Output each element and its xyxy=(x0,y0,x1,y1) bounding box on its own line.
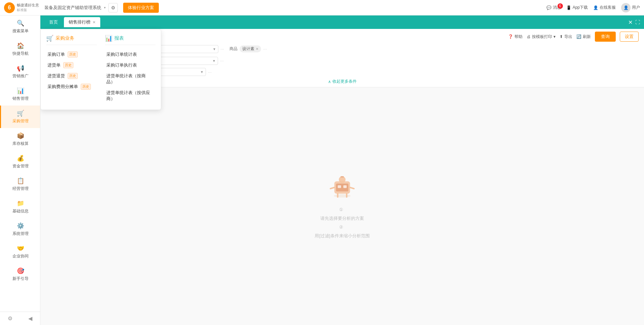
doc-status-dots[interactable]: ··· xyxy=(220,46,224,51)
sidebar-label-finance: 资金管理 xyxy=(12,163,29,169)
sidebar-item-system[interactable]: ⚙️ 系统管理 xyxy=(0,218,40,241)
empty-state: ① 请先选择要分析的方案 ② 用[过滤]条件来缩小分析范围 xyxy=(315,172,369,240)
doc-icon: 📋 xyxy=(17,177,24,185)
help-icon: ❓ xyxy=(508,34,513,39)
message-btn[interactable]: 💬 消息 6 xyxy=(546,5,561,10)
sidebar-item-sales[interactable]: 📊 销售管理 xyxy=(0,83,40,106)
export-btn[interactable]: ⬆ 导出 xyxy=(560,34,572,40)
svg-line-8 xyxy=(350,188,354,189)
goods-tag-text: 设计素 xyxy=(242,46,254,52)
menu-item-purchase-order[interactable]: 采购订单 历史 xyxy=(46,49,97,60)
topbar-right: 💬 消息 6 📱 App下载 👤 在线客服 👤 用户 xyxy=(546,3,640,12)
main-layout: 🔍 搜索菜单 🏠 快捷导航 📢 营销推广 📊 销售管理 🛒 采购管理 📦 库存核… xyxy=(0,15,644,325)
hist-badge-inbound: 历史 xyxy=(63,62,73,68)
help-btn[interactable]: ❓ 帮助 xyxy=(508,34,523,40)
system-dropdown-arrow[interactable]: ▾ xyxy=(104,6,106,9)
goods-tag-close[interactable]: ✕ xyxy=(256,47,258,51)
user-label: 用户 xyxy=(632,5,640,10)
sidebar-item-guide[interactable]: 🎯 新手引导 xyxy=(0,263,40,286)
purchase-col-label: 采购业务 xyxy=(56,35,74,41)
user-area[interactable]: 👤 用户 xyxy=(621,3,640,12)
sidebar-label-sales: 销售管理 xyxy=(12,96,29,101)
query-button[interactable]: 查询 xyxy=(595,32,616,42)
menu-item-po-exec[interactable]: 采购订单执行表 xyxy=(105,60,156,71)
po-exec-label: 采购订单执行表 xyxy=(106,62,137,68)
empty-hint-1: ① 请先选择要分析的方案 xyxy=(315,205,369,223)
print-label: 按模板打印 xyxy=(532,34,552,40)
tab-sales-rank-label: 销售排行榜 xyxy=(69,19,91,25)
print-icon: 🖨 xyxy=(527,34,531,39)
filter-goods: 商品 设计素 ✕ ··· xyxy=(229,45,267,52)
settings-button[interactable]: 设置 xyxy=(620,32,639,42)
tab-close-btn[interactable]: ✕ xyxy=(93,20,96,25)
app-download-btn[interactable]: 📱 App下载 xyxy=(566,5,588,10)
folder-icon: 📁 xyxy=(17,200,24,207)
purchase-col-icon: 🛒 xyxy=(46,35,53,42)
inbound-return-label: 进货退货 xyxy=(47,73,65,79)
sidebar-label-cooperation: 企业协同 xyxy=(12,253,29,259)
menu-item-inbound-return[interactable]: 进货退货 历史 xyxy=(46,71,97,81)
trial-button[interactable]: 体验行业方案 xyxy=(123,3,159,13)
menu-item-inbound-stat-supplier[interactable]: 进货单统计表（按供应商） xyxy=(105,87,156,104)
sidebar-item-cooperation[interactable]: 🤝 企业协同 xyxy=(0,241,40,263)
print-btn[interactable]: 🖨 按模板打印 ▾ xyxy=(527,34,556,40)
sidebar-item-finance[interactable]: 💰 资金管理 xyxy=(0,151,40,173)
sidebar-item-search[interactable]: 🔍 搜索菜单 xyxy=(0,15,40,38)
print-dropdown-arrow[interactable]: ▾ xyxy=(553,34,556,39)
sidebar-item-inventory[interactable]: 📦 库存核算 xyxy=(0,128,40,151)
topbar: 6 畅捷通好生意 标准版 装备及固定资产辅助管理系统 ▾ ⚙ 体验行业方案 💬 … xyxy=(0,0,644,15)
purchase-fee-label: 采购费用分摊单 xyxy=(47,84,78,90)
sidebar-item-basic[interactable]: 📁 基础信息 xyxy=(0,196,40,218)
empty-hint: ① 请先选择要分析的方案 ② 用[过滤]条件来缩小分析范围 xyxy=(315,205,369,240)
purchase-order-label: 采购订单 xyxy=(47,51,65,57)
export-label: 导出 xyxy=(564,34,572,40)
hist-badge-purchase-fee: 历史 xyxy=(81,84,91,90)
menu-item-inbound-stat-goods[interactable]: 进货单统计表（按商品） xyxy=(105,71,156,87)
megaphone-icon: 📢 xyxy=(17,65,24,72)
system-title-text: 装备及固定资产辅助管理系统 xyxy=(44,5,101,11)
chevron-up-icon: ∧ xyxy=(328,79,331,84)
salesman-dots[interactable]: ··· xyxy=(220,58,224,63)
menu-item-inbound[interactable]: 进货单 历史 xyxy=(46,60,97,71)
menu-item-purchase-fee[interactable]: 采购费用分摊单 历史 xyxy=(46,81,97,92)
tab-sales-rank[interactable]: 销售排行榜 ✕ xyxy=(64,17,100,27)
menu-item-po-stat[interactable]: 采购订单统计表 xyxy=(105,49,156,60)
logo-icon: 6 xyxy=(4,2,15,13)
svg-rect-3 xyxy=(338,185,341,188)
sidebar-collapse-btn[interactable]: ◀ xyxy=(28,315,32,322)
collapse-label: 收起更多条件 xyxy=(332,79,357,84)
po-stat-label: 采购订单统计表 xyxy=(106,51,137,57)
sidebar-label-basic: 基础信息 xyxy=(12,208,29,214)
sidebar-settings-btn[interactable]: ⚙ xyxy=(8,315,12,322)
customer-arrow: ▾ xyxy=(201,70,203,74)
refresh-label: 刷新 xyxy=(583,34,591,40)
home-icon: 🏠 xyxy=(17,42,24,49)
hist-badge-purchase-order: 历史 xyxy=(68,51,78,57)
customer-dots[interactable]: ··· xyxy=(208,70,212,75)
refresh-btn[interactable]: 🔄 刷新 xyxy=(576,34,591,40)
goods-dots[interactable]: ··· xyxy=(263,46,267,51)
message-badge: 6 xyxy=(558,3,563,9)
tab-bar-close-btn[interactable]: ✕ xyxy=(628,19,633,26)
sidebar-bottom: ⚙ ◀ xyxy=(0,312,40,325)
sidebar-item-purchase[interactable]: 🛒 采购管理 xyxy=(0,106,40,128)
system-title: 装备及固定资产辅助管理系统 ▾ ⚙ 体验行业方案 xyxy=(44,3,546,13)
sidebar-item-marketing[interactable]: 📢 营销推广 xyxy=(0,60,40,83)
main-content-empty: ① 请先选择要分析的方案 ② 用[过滤]条件来缩小分析范围 xyxy=(40,87,644,325)
settings-gear-btn[interactable]: ⚙ xyxy=(108,3,118,12)
sidebar-label-system: 系统管理 xyxy=(12,231,29,237)
help-label: 帮助 xyxy=(514,34,523,40)
online-service-btn[interactable]: 👤 在线客服 xyxy=(593,5,616,10)
sidebar-label-guide: 新手引导 xyxy=(12,276,29,282)
tab-bar-maximize-btn[interactable]: ⛶ xyxy=(635,19,640,25)
sidebar-item-quick[interactable]: 🏠 快捷导航 xyxy=(0,38,40,60)
empty-illustration xyxy=(325,172,359,199)
doc-status-select[interactable]: ▾ xyxy=(151,45,218,53)
svg-rect-6 xyxy=(341,176,344,177)
sidebar: 🔍 搜索菜单 🏠 快捷导航 📢 营销推广 📊 销售管理 🛒 采购管理 📦 库存核… xyxy=(0,15,40,325)
export-icon: ⬆ xyxy=(560,34,563,39)
sidebar-item-operations[interactable]: 📋 经营管理 xyxy=(0,173,40,196)
svg-point-0 xyxy=(334,194,351,198)
sidebar-label-quick: 快捷导航 xyxy=(12,51,29,56)
tab-home[interactable]: 首页 xyxy=(44,17,63,27)
